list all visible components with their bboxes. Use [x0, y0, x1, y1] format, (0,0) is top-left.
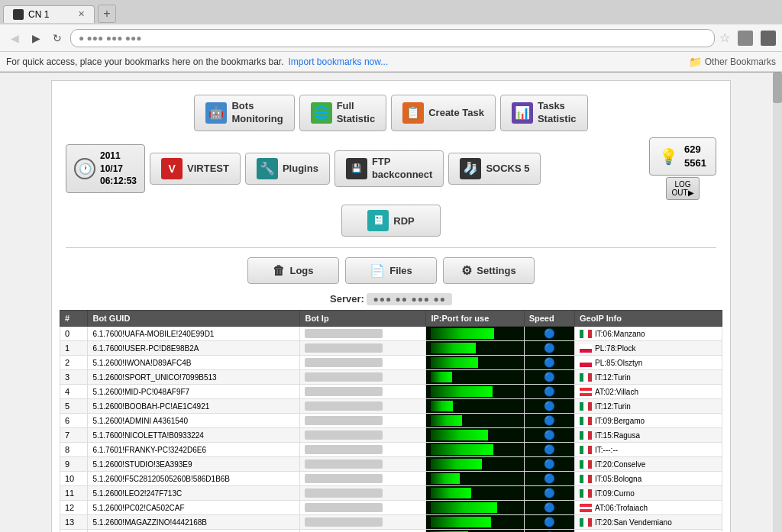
cell-guid: 5.1.2600!SPORT_UNICO!7099B513 — [88, 370, 300, 385]
cell-geoip: IT:06:Manzano — [575, 327, 722, 341]
cell-speed: 🔵 — [524, 472, 574, 486]
table-row[interactable]: 125.1.2600!PC02!CA502CAF█████████████🔵AT… — [60, 501, 722, 515]
virtest-icon: V — [161, 158, 183, 179]
cell-guid: 6.0.6002!PC-ERMES!F6C48DCF — [88, 530, 300, 532]
cell-geoip: IT:12:Turin — [575, 399, 722, 414]
other-bookmarks[interactable]: 📁 Other Bookmarks — [689, 56, 776, 68]
forward-button[interactable]: ▶ — [27, 30, 44, 47]
cell-num: 10 — [60, 472, 88, 486]
table-row[interactable]: 45.1.2600!MID-PC!048AF9F7█████████████🔵A… — [60, 385, 722, 399]
table-row[interactable]: 115.1.2600!LEO2!247F713C█████████████🔵IT… — [60, 486, 722, 501]
cell-ipport — [426, 327, 524, 341]
cell-ipport — [426, 515, 524, 530]
socks5-button[interactable]: 🧦 SOCKS 5 — [448, 153, 541, 185]
scrollbar-thumb[interactable] — [773, 73, 782, 103]
country-flag — [580, 475, 592, 483]
table-row[interactable]: 146.0.6002!PC-ERMES!F6C48DCF████████████… — [60, 530, 722, 532]
country-flag — [580, 460, 592, 469]
country-flag — [580, 504, 592, 512]
country-flag — [580, 518, 592, 527]
nav-icon-2[interactable] — [761, 31, 776, 46]
cell-botip: █████████████ — [300, 472, 426, 486]
rdp-icon: 🖥 — [367, 210, 389, 231]
cell-ipport — [426, 472, 524, 486]
table-row[interactable]: 06.1.7600!UAFA-MOBILE!240E99D1██████████… — [60, 327, 722, 341]
cell-num: 13 — [60, 515, 88, 530]
country-flag — [580, 388, 592, 396]
ftp-button[interactable]: 💾 FTPbackconnect — [334, 150, 444, 187]
cell-speed: 🔵 — [524, 428, 574, 443]
cell-num: 14 — [60, 530, 88, 532]
col-ipport: IP:Port for use — [426, 311, 524, 327]
cell-ipport — [426, 457, 524, 472]
cell-ipport — [426, 443, 524, 457]
table-row[interactable]: 105.1.2600!F5C28120505260B!586D1B6B█████… — [60, 472, 722, 486]
files-icon: 📄 — [370, 263, 385, 278]
table-row[interactable]: 55.1.2600!BOOBAH-PC!AE1C4921████████████… — [60, 399, 722, 414]
bottom-toolbar: 🗑 Logs 📄 Files ⚙ Settings — [60, 253, 722, 289]
cell-ipport — [426, 385, 524, 399]
cell-geoip: IT:05:Rubiera — [575, 530, 722, 532]
import-bookmarks-link[interactable]: Import bookmarks now... — [289, 56, 389, 67]
logs-button[interactable]: 🗑 Logs — [247, 257, 339, 284]
table-row[interactable]: 135.1.2600!MAGAZZINO!4442168B███████████… — [60, 515, 722, 530]
tasks-statistic-icon: 📊 — [512, 102, 533, 124]
cell-num: 8 — [60, 443, 88, 457]
plugins-button[interactable]: 🔧 Plugins — [245, 153, 330, 185]
cell-ipport — [426, 486, 524, 501]
cell-num: 7 — [60, 428, 88, 443]
full-statistic-button[interactable]: 🌐 FullStatistic — [299, 95, 387, 131]
cell-guid: 6.1.7600!UAFA-MOBILE!240E99D1 — [88, 327, 300, 341]
country-flag — [580, 359, 592, 367]
back-button[interactable]: ◀ — [6, 30, 23, 47]
bookmark-star[interactable]: ☆ — [719, 31, 730, 45]
cell-botip: █████████████ — [300, 399, 426, 414]
url-bar[interactable] — [70, 29, 715, 47]
nav-icon-1[interactable] — [738, 31, 753, 46]
cell-num: 0 — [60, 327, 88, 341]
table-row[interactable]: 95.1.2600!STUDIO!3EA393E9█████████████🔵I… — [60, 457, 722, 472]
table-row[interactable]: 65.1.2600!ADMINI A4361540█████████████🔵I… — [60, 414, 722, 428]
cell-ipport — [426, 530, 524, 532]
cell-speed: 🔵 — [524, 385, 574, 399]
cell-speed: 🔵 — [524, 370, 574, 385]
cell-num: 4 — [60, 385, 88, 399]
table-row[interactable]: 25.1.2600!IWONA!D89AFC4B█████████████🔵PL… — [60, 356, 722, 370]
cell-num: 12 — [60, 501, 88, 515]
table-row[interactable]: 75.1.7600!NICOLETTA!B0933224████████████… — [60, 428, 722, 443]
cell-ipport — [426, 341, 524, 356]
counter-panel: 💡 629 5561 — [649, 137, 716, 176]
cell-botip: █████████████ — [300, 370, 426, 385]
cell-botip: █████████████ — [300, 515, 426, 530]
cell-botip: █████████████ — [300, 486, 426, 501]
refresh-button[interactable]: ↻ — [49, 30, 66, 47]
create-task-icon: 📋 — [402, 102, 424, 124]
settings-button[interactable]: ⚙ Settings — [443, 257, 535, 284]
table-row[interactable]: 16.1.7600!USER-PC!D8E98B2A█████████████🔵… — [60, 341, 722, 356]
table-row[interactable]: 35.1.2600!SPORT_UNICO!7099B513██████████… — [60, 370, 722, 385]
country-flag — [580, 330, 592, 338]
clock-display: 201110/1706:12:53 — [100, 150, 137, 188]
cell-num: 9 — [60, 457, 88, 472]
files-button[interactable]: 📄 Files — [345, 257, 437, 284]
tab-close-button[interactable]: ✕ — [78, 9, 85, 19]
full-statistic-icon: 🌐 — [311, 102, 332, 124]
virtest-button[interactable]: V VIRTEST — [150, 153, 241, 185]
create-task-button[interactable]: 📋 Create Task — [391, 95, 496, 131]
cell-geoip: PL:78:Plock — [575, 341, 722, 356]
rdp-button[interactable]: 🖥 RDP — [341, 205, 441, 237]
new-tab-button[interactable]: + — [98, 5, 116, 23]
scrollbar[interactable] — [773, 73, 782, 532]
browser-tab[interactable]: CN 1 ✕ — [3, 5, 95, 23]
col-speed: Speed — [524, 311, 574, 327]
cell-ipport — [426, 370, 524, 385]
table-row[interactable]: 86.1.7601!FRANKY-PC!3242D6E6████████████… — [60, 443, 722, 457]
cell-geoip: AT:02:Villach — [575, 385, 722, 399]
logout-button[interactable]: LOGOUT▶ — [666, 177, 699, 200]
server-bar: Server: ●●● ●● ●●● ●● — [60, 289, 722, 310]
cell-geoip: IT:09:Curno — [575, 486, 722, 501]
cell-guid: 6.1.7601!FRANKY-PC!3242D6E6 — [88, 443, 300, 457]
tasks-statistic-button[interactable]: 📊 TasksStatistic — [500, 95, 588, 131]
cell-ipport — [426, 399, 524, 414]
bots-monitoring-button[interactable]: 🤖 BotsMonitoring — [194, 95, 294, 131]
